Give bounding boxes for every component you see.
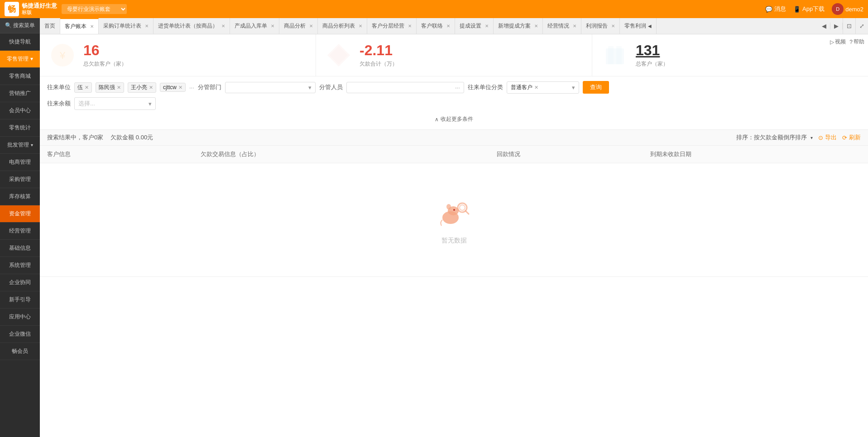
- tab-goods-list[interactable]: 商品分析列表 ✕: [318, 18, 367, 34]
- remove-ordinary-btn[interactable]: ✕: [534, 85, 538, 90]
- logo-icon: 畅: [5, 2, 19, 16]
- collapse-btn[interactable]: ∧ 收起更多条件: [431, 114, 477, 125]
- tab-close-production[interactable]: ✕: [271, 24, 274, 28]
- tab-prev-btn[interactable]: ◀: [818, 23, 830, 29]
- top-bar: 畅 畅捷通好生意 标版 母婴行业演示账套 💬 消息 📱 App下载 D: [0, 0, 868, 18]
- tab-close-operations[interactable]: ✕: [573, 24, 576, 28]
- app-download-btn[interactable]: 📱 App下载: [793, 5, 825, 13]
- balance-select[interactable]: 选择... ▾: [74, 97, 156, 110]
- retail-mgmt-label: 零售管理 ▾: [7, 56, 33, 62]
- search-btn[interactable]: 查询: [583, 81, 609, 94]
- balance-arrow-icon: ▾: [149, 100, 152, 107]
- video-help-btn[interactable]: ▷ 视频: [830, 38, 846, 46]
- remove-wang-btn[interactable]: ✕: [149, 85, 153, 90]
- sidebar-item-batch[interactable]: 批发管理▾: [0, 137, 40, 154]
- tab-close-goods-receipt[interactable]: ✕: [221, 24, 225, 28]
- sort-arrow-icon: ▾: [810, 135, 813, 140]
- tab-close-customer-tier[interactable]: ✕: [408, 24, 412, 28]
- person-input[interactable]: ···: [346, 82, 464, 93]
- remove-cjttcw-btn[interactable]: ✕: [178, 85, 182, 90]
- sidebar-item-finance[interactable]: 资金管理: [0, 205, 40, 223]
- sidebar-item-quicknav[interactable]: 快捷导航: [0, 33, 40, 51]
- sidebar-search[interactable]: 🔍 搜索菜单: [0, 18, 40, 33]
- top-bar-right: 💬 消息 📱 App下载 D demo2: [765, 3, 863, 15]
- sort-select[interactable]: 排序：按欠款金额倒序排序 ▾: [736, 133, 813, 142]
- page-content: ¥ 16 总欠款客户（家）: [40, 34, 868, 437]
- remove-chen-btn[interactable]: ✕: [117, 85, 121, 90]
- tab-close-goods-list[interactable]: ✕: [359, 24, 362, 28]
- tab-production[interactable]: 产成品入库单 ✕: [230, 18, 279, 34]
- help-btn[interactable]: ? 帮助: [849, 38, 864, 46]
- sort-label: 排序：按欠款金额倒序排序: [736, 133, 807, 142]
- search-icon: 🔍: [5, 22, 12, 28]
- tab-next-btn[interactable]: ▶: [830, 23, 843, 29]
- message-btn[interactable]: 💬 消息: [765, 5, 786, 13]
- tab-close-contact[interactable]: ✕: [446, 24, 450, 28]
- diamond-icon: [325, 42, 352, 69]
- dept-arrow-icon: ▾: [308, 84, 312, 91]
- app-label: App下载: [802, 5, 825, 13]
- tab-home[interactable]: 首页: [40, 18, 60, 34]
- tab-accounts-receivable[interactable]: 客户账本 ✕: [60, 18, 99, 34]
- col-overdue-date: 到期未收款日期: [643, 146, 868, 163]
- search-result-label: 搜索结果中，客户0家: [47, 133, 103, 142]
- stat-all-customers: 131 总客户（家）: [592, 34, 868, 76]
- tab-goods-receipt[interactable]: 进货单统计表（按商品） ✕: [153, 18, 230, 34]
- user-btn[interactable]: D demo2: [832, 3, 863, 15]
- refresh-btn[interactable]: ⟳ 刷新: [842, 133, 861, 142]
- sidebar-item-wx[interactable]: 企业微信: [0, 326, 40, 343]
- sidebar-item-guide[interactable]: 新手引导: [0, 291, 40, 309]
- sidebar-item-retail-stats[interactable]: 零售统计: [0, 119, 40, 137]
- tab-add-promote[interactable]: 新增提成方案 ✕: [494, 18, 543, 34]
- tab-close-promote[interactable]: ✕: [485, 24, 489, 28]
- dept-select[interactable]: ▾: [225, 82, 316, 93]
- stat-total-customers: ¥ 16 总欠款客户（家）: [40, 34, 316, 76]
- sidebar-item-operations[interactable]: 经营管理: [0, 223, 40, 240]
- sidebar-item-app-center[interactable]: 应用中心: [0, 309, 40, 326]
- tab-customer-contact[interactable]: 客户联络 ✕: [417, 18, 455, 34]
- export-btn[interactable]: ⊙ 导出: [818, 133, 837, 142]
- filter-tag-cjttcw: cjttcw ✕: [160, 83, 186, 92]
- filter-area: 往来单位 伍 ✕ 陈民强 ✕ 王小亮 ✕: [40, 76, 868, 130]
- tab-promote-settings[interactable]: 提成设置 ✕: [455, 18, 494, 34]
- tab-retail-profit[interactable]: 零售利润 ◀: [620, 18, 657, 34]
- remove-wu-btn[interactable]: ✕: [85, 85, 89, 90]
- tab-purchase-order[interactable]: 采购订单统计表 ✕: [99, 18, 153, 34]
- sidebar-item-basic-info[interactable]: 基础信息: [0, 240, 40, 257]
- sidebar-item-system[interactable]: 系统管理: [0, 257, 40, 274]
- tab-close-add-promote[interactable]: ✕: [534, 24, 538, 28]
- refresh-label: 刷新: [849, 133, 861, 142]
- sidebar-item-vip[interactable]: 畅会员: [0, 343, 40, 360]
- sidebar-item-ecommerce[interactable]: 电商管理: [0, 154, 40, 171]
- tab-close-profit[interactable]: ✕: [611, 24, 615, 28]
- sidebar-item-purchase[interactable]: 采购管理: [0, 171, 40, 188]
- tab-fullscreen-btn[interactable]: ⤢: [855, 18, 868, 34]
- tab-restore-btn[interactable]: ⊡: [843, 18, 855, 34]
- account-dropdown[interactable]: 母婴行业演示账套: [62, 4, 127, 14]
- quicknav-label: 快捷导航: [9, 38, 31, 45]
- filter-more-btn[interactable]: ···: [189, 84, 194, 91]
- sidebar-item-inventory[interactable]: 库存核算: [0, 188, 40, 205]
- stat-value-customers: 16: [83, 43, 127, 58]
- tab-close-purchase[interactable]: ✕: [145, 24, 149, 28]
- tab-customer-tier[interactable]: 客户分层经营 ✕: [367, 18, 417, 34]
- stats-row: ¥ 16 总欠款客户（家）: [40, 34, 868, 76]
- sidebar-item-retail-mgmt[interactable]: 零售管理 ▾: [0, 51, 40, 68]
- sidebar-item-member[interactable]: 会员中心: [0, 102, 40, 119]
- unit-type-select[interactable]: 普通客户 ✕ ▾: [507, 81, 579, 94]
- empty-state: 暂无数据: [47, 168, 861, 272]
- sidebar-item-marketing[interactable]: 营销推广: [0, 85, 40, 102]
- stat-label-customers: 总欠款客户（家）: [83, 60, 127, 68]
- sidebar-item-enterprise[interactable]: 企业协同: [0, 274, 40, 291]
- logo-sub: 标版: [22, 9, 57, 16]
- tab-close-goods-analysis[interactable]: ✕: [309, 24, 313, 28]
- tab-operations[interactable]: 经营情况 ✕: [543, 18, 581, 34]
- col-payment-status: 回款情况: [489, 146, 643, 163]
- svg-point-10: [453, 209, 455, 211]
- tab-profit-report[interactable]: 利润报告 ✕: [581, 18, 620, 34]
- tab-goods-analysis[interactable]: 商品分析 ✕: [279, 18, 318, 34]
- svg-rect-6: [616, 46, 622, 64]
- sidebar-item-retail-mall[interactable]: 零售商城: [0, 68, 40, 85]
- tab-close-accounts[interactable]: ✕: [90, 24, 94, 29]
- person-dots-icon[interactable]: ···: [455, 84, 460, 91]
